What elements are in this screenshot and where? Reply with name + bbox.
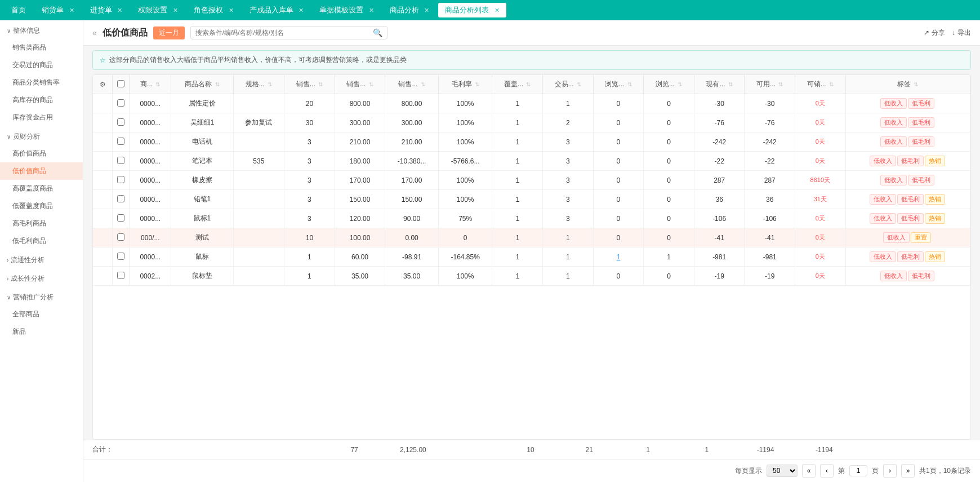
td-spec xyxy=(233,209,284,228)
sidebar-item-category-rate[interactable]: 商品分类销售率 xyxy=(0,74,83,91)
collapse-sidebar-button[interactable]: « xyxy=(92,28,97,37)
nav-templates[interactable]: 单据模板设置 ✕ xyxy=(313,3,381,17)
nav-inventory-close[interactable]: ✕ xyxy=(299,7,304,14)
td-sale1: 1 xyxy=(284,267,335,286)
row-checkbox[interactable] xyxy=(117,195,124,202)
nav-roles[interactable]: 角色授权 ✕ xyxy=(187,3,240,17)
row-checkbox[interactable] xyxy=(117,272,124,279)
page-number-input[interactable] xyxy=(849,465,867,476)
td-checkbox xyxy=(113,228,130,247)
row-checkbox[interactable] xyxy=(117,138,124,145)
th-sale1[interactable]: 销售... ⇅ xyxy=(284,75,335,94)
nav-permissions-close[interactable]: ✕ xyxy=(173,7,178,14)
export-button[interactable]: ↓ 导出 xyxy=(952,28,971,38)
select-all-checkbox[interactable] xyxy=(117,80,124,87)
nav-templates-close[interactable]: ✕ xyxy=(369,7,374,14)
td-spec: 535 xyxy=(233,152,284,171)
th-stock2[interactable]: 可用... ⇅ xyxy=(745,75,795,94)
th-margin[interactable]: 毛利率 ⇅ xyxy=(438,75,492,94)
nav-sales-close[interactable]: ✕ xyxy=(69,7,74,14)
sidebar-item-sales-products[interactable]: 销售类商品 xyxy=(0,39,83,56)
td-trade: 3 xyxy=(543,152,594,171)
last-page-button[interactable]: » xyxy=(901,464,915,477)
td-code: 0000... xyxy=(130,190,171,209)
th-sale2[interactable]: 销售... ⇅ xyxy=(335,75,385,94)
sidebar-item-low-margin[interactable]: 低毛利商品 xyxy=(0,232,83,250)
row-checkbox[interactable] xyxy=(117,118,124,126)
th-settings[interactable]: ⚙ xyxy=(93,75,113,94)
th-spec[interactable]: 规格... ⇅ xyxy=(233,75,284,94)
nav-home[interactable]: 首页 xyxy=(5,3,33,17)
row-checkbox[interactable] xyxy=(117,176,124,183)
nav-analysis-close[interactable]: ✕ xyxy=(424,7,429,14)
sidebar-item-high-stock[interactable]: 高库存的商品 xyxy=(0,91,83,109)
th-trade[interactable]: 交易... ⇅ xyxy=(543,75,594,94)
th-stock3[interactable]: 可销... ⇅ xyxy=(795,75,846,94)
sidebar-item-low-coverage[interactable]: 低覆盖度商品 xyxy=(0,197,83,215)
sidebar-group-financial[interactable]: ∨ 员财分析 xyxy=(0,126,83,145)
per-page-select[interactable]: 50 100 200 xyxy=(767,465,798,477)
td-days: 0天 xyxy=(795,247,846,267)
tag-label: 低收入 xyxy=(870,251,896,262)
sidebar-item-high-margin[interactable]: 高毛利商品 xyxy=(0,215,83,232)
th-cover[interactable]: 覆盖... ⇅ xyxy=(492,75,543,94)
td-settings xyxy=(93,228,113,247)
tag-label: 低毛利 xyxy=(897,156,924,166)
nav-analysis-list-close[interactable]: ✕ xyxy=(495,7,500,14)
next-page-button[interactable]: › xyxy=(883,464,897,477)
row-checkbox[interactable] xyxy=(117,99,124,107)
th-name[interactable]: 商品名称 ⇅ xyxy=(171,75,233,94)
td-sale1: 3 xyxy=(284,190,335,209)
search-input[interactable] xyxy=(195,29,369,37)
share-button[interactable]: ↗ 分享 xyxy=(924,28,945,38)
sidebar-item-low-value[interactable]: 低价值商品 xyxy=(0,162,83,180)
sidebar-item-new-products[interactable]: 新品 xyxy=(0,323,83,341)
sidebar-group-growth[interactable]: › 成长性分析 xyxy=(0,268,83,287)
nav-analysis[interactable]: 商品分析 ✕ xyxy=(383,3,436,17)
nav-permissions[interactable]: 权限设置 ✕ xyxy=(131,3,185,17)
nav-analysis-list[interactable]: 商品分析列表 ✕ xyxy=(438,3,506,17)
sidebar-group-marketing[interactable]: ∨ 营销推广分析 xyxy=(0,287,83,306)
table-row: 0000... 铅笔1 3 150.00 150.00 100% 1 3 0 0… xyxy=(93,190,970,209)
td-margin: -5766.6... xyxy=(438,152,492,171)
nav-purchase-close[interactable]: ✕ xyxy=(117,7,122,14)
table-row: 0000... 橡皮擦 3 170.00 170.00 100% 1 3 0 0… xyxy=(93,171,970,190)
sidebar-item-traded[interactable]: 交易过的商品 xyxy=(0,56,83,74)
search-icon[interactable]: 🔍 xyxy=(373,28,382,37)
td-settings xyxy=(93,94,113,113)
nav-roles-close[interactable]: ✕ xyxy=(229,7,234,14)
total-info: 共1页，10条记录 xyxy=(919,466,971,476)
notice-icon: ☆ xyxy=(100,56,106,64)
prev-page-button[interactable]: ‹ xyxy=(820,464,834,477)
sidebar-group-overall[interactable]: ∨ 整体信息 xyxy=(0,20,83,39)
nav-sales[interactable]: 销货单 ✕ xyxy=(35,3,81,17)
th-sale3[interactable]: 销售... ⇅ xyxy=(385,75,439,94)
th-stock1[interactable]: 现有... ⇅ xyxy=(694,75,745,94)
sidebar-item-all-products[interactable]: 全部商品 xyxy=(0,306,83,323)
row-checkbox[interactable] xyxy=(117,253,124,260)
nav-purchase[interactable]: 进货单 ✕ xyxy=(83,3,130,17)
export-label: 导出 xyxy=(957,28,971,38)
row-checkbox[interactable] xyxy=(117,214,124,222)
th-checkbox[interactable] xyxy=(113,75,130,94)
th-view1[interactable]: 浏览... ⇅ xyxy=(593,75,644,94)
arrow-marketing: ∨ xyxy=(7,294,11,300)
th-code[interactable]: 商... ⇅ xyxy=(130,75,171,94)
row-checkbox[interactable] xyxy=(117,233,124,241)
view-link[interactable]: 1 xyxy=(617,253,621,261)
sidebar-item-capital[interactable]: 库存资金占用 xyxy=(0,109,83,126)
row-checkbox[interactable] xyxy=(117,157,124,164)
sidebar-item-high-coverage[interactable]: 高覆盖度商品 xyxy=(0,180,83,197)
first-page-button[interactable]: « xyxy=(802,464,816,477)
td-days: 0天 xyxy=(795,228,846,247)
nav-inventory[interactable]: 产成品入库单 ✕ xyxy=(243,3,311,17)
sidebar-group-liquidity[interactable]: › 流通性分析 xyxy=(0,250,83,268)
sidebar-item-high-value[interactable]: 高价值商品 xyxy=(0,145,83,162)
td-days: 0天 xyxy=(795,132,846,152)
th-view2[interactable]: 浏览... ⇅ xyxy=(644,75,694,94)
filter-recent-month-button[interactable]: 近一月 xyxy=(153,26,185,39)
td-spec xyxy=(233,247,284,267)
td-tags: 低收入低毛利热销 xyxy=(845,152,970,171)
td-tags: 低收入低毛利热销 xyxy=(845,209,970,228)
th-tags[interactable]: 标签 ⇅ xyxy=(845,75,970,94)
